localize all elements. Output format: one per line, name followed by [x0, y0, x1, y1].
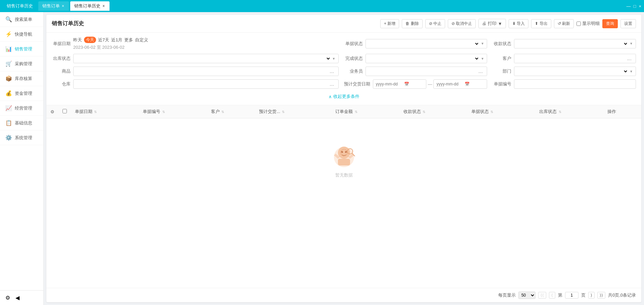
sidebar-settings-icon[interactable]: ⚙ — [5, 295, 10, 301]
sidebar-item-system[interactable]: ⚙️ 系统管理 — [0, 130, 43, 145]
delivery-date-end-cal-icon[interactable]: 📅 — [465, 82, 470, 86]
th-checkbox[interactable] — [58, 105, 71, 118]
sidebar-item-sales-mgmt-label: 销售管理 — [15, 46, 32, 52]
export-button[interactable]: ⬆ 导出 — [531, 19, 551, 28]
th-customer[interactable]: 客户 ⇅ — [207, 105, 255, 118]
sidebar-item-search-menu[interactable]: 🔍 搜索菜单 — [0, 12, 43, 27]
sidebar-collapse-icon[interactable]: ◀ — [15, 295, 19, 301]
refresh-button[interactable]: ↺ 刷新 — [554, 19, 574, 28]
sidebar-item-quick-nav[interactable]: ⚡ 快捷导航 — [0, 27, 43, 42]
complete-status-select[interactable] — [369, 56, 480, 61]
delete-button[interactable]: 🗑 删除 — [402, 19, 422, 28]
customer-control[interactable]: ... — [514, 54, 636, 63]
sales-mgmt-icon: 📊 — [5, 46, 12, 52]
date-opt-today[interactable]: 今天 — [84, 37, 96, 43]
delivery-date-start-cal-icon[interactable]: 📅 — [404, 82, 409, 86]
last-page-btn[interactable]: ⟩⟩ — [597, 292, 605, 299]
receipt-status-select[interactable] — [517, 41, 628, 46]
date-opt-7days[interactable]: 近7天 — [98, 37, 109, 43]
delivery-date-start-control[interactable]: 📅 — [373, 79, 427, 89]
import-button[interactable]: ⬇ 导入 — [509, 19, 528, 28]
bill-status-dropdown-icon: ▼ — [481, 42, 484, 45]
prev-page-btn[interactable]: ⟨ — [549, 292, 555, 299]
th-bill-no[interactable]: 单据编号 ⇅ — [139, 105, 207, 118]
sales-order-tab-close[interactable]: × — [61, 3, 65, 9]
display-cols-checkbox[interactable] — [576, 22, 581, 26]
department-control[interactable]: ▼ — [514, 67, 636, 76]
bill-no-input[interactable] — [517, 82, 633, 86]
first-page-btn[interactable]: ⟨⟨ — [538, 292, 546, 299]
filter-warehouse: 仓库 ... — [52, 79, 339, 89]
date-range-end-text: 2023-06-02 — [102, 45, 125, 50]
delivery-date-end-control[interactable]: 📅 — [433, 79, 487, 89]
th-bill-date-sort-icon: ⇅ — [94, 110, 97, 114]
bill-status-select[interactable] — [369, 41, 480, 46]
th-settings[interactable]: ⚙ — [46, 105, 58, 118]
department-select[interactable] — [517, 69, 628, 74]
sidebar-item-finance-label: 资金管理 — [15, 90, 32, 97]
current-page-input[interactable] — [565, 292, 578, 299]
goods-control[interactable]: ... — [73, 67, 339, 76]
per-page-select[interactable]: 50 10 20 100 — [518, 292, 535, 299]
sidebar-item-finance[interactable]: 💰 资金管理 — [0, 86, 43, 101]
delivery-date-start-input[interactable] — [376, 82, 403, 86]
query-button[interactable]: 查询 — [602, 19, 618, 28]
salesperson-input[interactable] — [369, 69, 476, 74]
date-opt-custom[interactable]: 自定义 — [135, 37, 148, 43]
sidebar-item-sales-mgmt[interactable]: 📊 销售管理 — [0, 42, 43, 56]
sidebar-item-purchase-mgmt[interactable]: 🛒 采购管理 — [0, 56, 43, 71]
cancel-stop-button[interactable]: ⊘ 取消中止 — [448, 19, 476, 28]
goods-dots-btn[interactable]: ... — [328, 68, 335, 74]
salesperson-dots-btn[interactable]: ... — [477, 68, 484, 74]
warehouse-dots-btn[interactable]: ... — [328, 81, 335, 87]
collapse-bar[interactable]: ∧ 收起更多条件 — [52, 92, 636, 101]
sidebar-item-basic-info[interactable]: 📋 基础信息 — [0, 116, 43, 130]
settings-gear-icon[interactable]: ⚙ — [50, 109, 54, 114]
date-opt-1month[interactable]: 近1月 — [111, 37, 122, 43]
salesperson-control[interactable]: ... — [366, 67, 487, 76]
customer-dots-btn[interactable]: ... — [626, 55, 633, 62]
complete-status-control[interactable]: ▼ — [366, 54, 487, 63]
sidebar-item-inventory[interactable]: 📦 库存核算 — [0, 71, 43, 86]
sales-order-history-tab-close[interactable]: × — [102, 3, 105, 9]
receipt-status-control[interactable]: ▼ — [514, 39, 636, 48]
add-button[interactable]: + 新增 — [380, 19, 399, 28]
customer-input[interactable] — [517, 56, 624, 61]
tab-sales-order-history[interactable]: 销售订单历史 × — [70, 1, 110, 11]
delivery-date-end-input[interactable] — [436, 82, 463, 86]
th-bill-status[interactable]: 单据状态 ⇅ — [467, 105, 535, 118]
window-maximize[interactable]: □ — [634, 4, 636, 9]
date-opt-yesterday[interactable]: 昨天 — [73, 37, 82, 43]
sidebar-item-inventory-label: 库存核算 — [15, 76, 32, 82]
th-order-amount[interactable]: 订单金额 ⇅ — [331, 105, 399, 118]
print-button[interactable]: 🖨 打印 ▼ — [478, 19, 506, 28]
out-status-control[interactable]: ▼ — [73, 54, 339, 63]
th-customer-label: 客户 — [211, 109, 220, 114]
th-out-status[interactable]: 出库状态 ⇅ — [535, 105, 603, 118]
bill-no-control[interactable] — [514, 79, 636, 89]
filter-date: 单据日期 昨天 今天 近7天 近1月 更多 自定义 2023 — [52, 37, 339, 50]
select-all-checkbox[interactable] — [62, 109, 67, 113]
tab-sales-order[interactable]: 销售订单 × — [38, 1, 69, 11]
th-receipt-status[interactable]: 收款状态 ⇅ — [399, 105, 467, 118]
stop-button[interactable]: ⊘ 中止 — [425, 19, 445, 28]
th-bill-no-label: 单据编号 — [143, 109, 160, 114]
warehouse-control[interactable]: ... — [73, 79, 339, 89]
sidebar-item-operation[interactable]: 📈 经营管理 — [0, 101, 43, 116]
th-bill-date[interactable]: 单据日期 ⇅ — [71, 105, 139, 118]
svg-point-4 — [338, 152, 342, 154]
window-close[interactable]: × — [639, 4, 641, 9]
window-minimize[interactable]: — — [627, 4, 631, 9]
settings-button[interactable]: 设置 — [620, 19, 636, 28]
out-status-select[interactable] — [76, 56, 331, 61]
filter-goods: 商品 ... — [52, 67, 339, 76]
date-opt-more[interactable]: 更多 — [124, 37, 133, 43]
bill-status-control[interactable]: ▼ — [366, 39, 487, 48]
warehouse-input[interactable] — [76, 82, 327, 86]
tab-home[interactable]: 销售订单历史 — [3, 1, 37, 11]
page-container: 销售订单历史 + 新增 🗑 删除 ⊘ 中止 ⊘ 取消中止 🖨 打印 ▼ ⬇ 导入… — [46, 15, 641, 302]
goods-input[interactable] — [76, 69, 327, 74]
th-delivery-date[interactable]: 预计交货... ⇅ — [255, 105, 331, 118]
next-page-btn[interactable]: ⟩ — [588, 292, 595, 299]
content-area: 销售订单历史 + 新增 🗑 删除 ⊘ 中止 ⊘ 取消中止 🖨 打印 ▼ ⬇ 导入… — [44, 12, 644, 305]
